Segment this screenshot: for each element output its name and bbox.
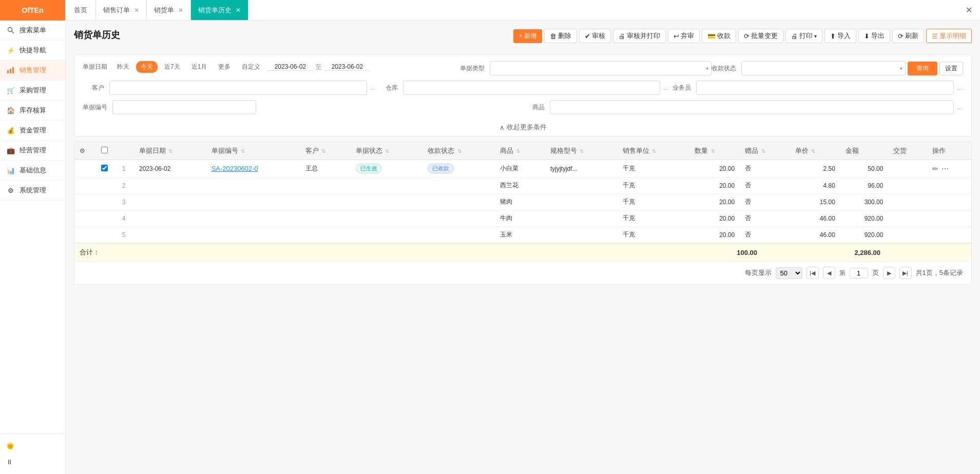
audit-print-button[interactable]: 🖨 审核并打印 bbox=[613, 29, 666, 43]
row-check[interactable] bbox=[95, 210, 113, 227]
export-button[interactable]: ⬇ 导出 bbox=[858, 29, 890, 43]
date-1month-btn[interactable]: 近1月 bbox=[187, 61, 212, 73]
row-check[interactable] bbox=[95, 227, 113, 243]
tab-sales-order[interactable]: 销售订单 ✕ bbox=[96, 0, 147, 20]
spec-header[interactable]: 规格型号 ⇅ bbox=[545, 142, 618, 160]
show-detail-button[interactable]: ☰ 显示明细 bbox=[926, 29, 972, 43]
row-amount: 96.00 bbox=[840, 177, 888, 194]
date-custom-btn[interactable]: 自定义 bbox=[237, 61, 265, 73]
new-button[interactable]: + 新增 bbox=[513, 29, 542, 43]
salesperson-ellipsis[interactable]: ... bbox=[956, 84, 963, 91]
sidebar-item-ops-mgmt[interactable]: 💼 经营管理 bbox=[0, 141, 65, 161]
customer-header[interactable]: 客户 ⇅ bbox=[300, 142, 351, 160]
collapse-btn[interactable]: ∧ 收起更多条件 bbox=[83, 120, 963, 132]
docstatus-header[interactable]: 单据状态 ⇅ bbox=[351, 142, 423, 160]
row-date bbox=[134, 177, 206, 194]
data-table: ⚙ 单据日期 ⇅ 单据编号 ⇅ bbox=[74, 142, 971, 243]
date-header[interactable]: 单据日期 ⇅ bbox=[134, 142, 206, 160]
goods-ellipsis[interactable]: ... bbox=[956, 104, 963, 111]
refresh-button[interactable]: ⟳ 刷新 bbox=[892, 29, 924, 43]
collectstatus-label: 收款状态 bbox=[712, 64, 739, 73]
sidebar-item-search-menu-label: 搜索菜单 bbox=[20, 26, 46, 35]
sidebar-item-finance[interactable]: 💰 资金管理 bbox=[0, 121, 65, 141]
goods-input[interactable] bbox=[550, 100, 954, 114]
tab-delivery-close[interactable]: ✕ bbox=[178, 7, 183, 14]
gear-header[interactable]: ⚙ bbox=[74, 142, 95, 160]
tab-delivery-history-close[interactable]: ✕ bbox=[236, 7, 241, 14]
row-spec bbox=[545, 210, 618, 227]
qty-header[interactable]: 数量 ⇅ bbox=[689, 142, 740, 160]
batch-change-button[interactable]: ⟳ 批量变更 bbox=[738, 29, 783, 43]
row-date: 2023-06-02 bbox=[134, 160, 206, 177]
goods-sort-icon: ⇅ bbox=[516, 148, 520, 154]
abandon-button[interactable]: ↩ 弃审 bbox=[668, 29, 700, 43]
settings-button[interactable]: 设置 bbox=[939, 62, 963, 75]
qty-sort-icon: ⇅ bbox=[711, 148, 715, 154]
warehouse-input[interactable] bbox=[403, 81, 661, 95]
doctype-select[interactable] bbox=[490, 61, 712, 75]
sidebar-item-basic-info[interactable]: 📊 基础信息 bbox=[0, 161, 65, 181]
tab-delivery-history[interactable]: 销货单历史 ✕ bbox=[191, 0, 248, 20]
date-7days-btn[interactable]: 近7天 bbox=[160, 61, 185, 73]
salesperson-input[interactable] bbox=[696, 81, 954, 95]
paystatus-header[interactable]: 收款状态 ⇅ bbox=[422, 142, 495, 160]
row-check[interactable] bbox=[95, 194, 113, 210]
row-goods: 牛肉 bbox=[495, 210, 545, 227]
select-all-checkbox[interactable] bbox=[101, 147, 108, 153]
docno-header[interactable]: 单据编号 ⇅ bbox=[206, 142, 300, 160]
goods-header[interactable]: 商品 ⇅ bbox=[495, 142, 545, 160]
sidebar-item-quick-nav[interactable]: ⚡ 快捷导航 bbox=[0, 41, 65, 61]
import-button[interactable]: ⬆ 导入 bbox=[824, 29, 856, 43]
docno-input[interactable] bbox=[112, 100, 256, 114]
edit-icon[interactable]: ✏ bbox=[932, 165, 938, 173]
more-icon[interactable]: ⋯ bbox=[941, 165, 949, 173]
print-button[interactable]: 🖨 打印 ▾ bbox=[785, 29, 822, 43]
row-index: 2 bbox=[113, 177, 134, 194]
collectstatus-select[interactable] bbox=[741, 61, 906, 75]
page-num-input[interactable] bbox=[850, 268, 868, 279]
customer-input[interactable] bbox=[109, 81, 367, 95]
tab-sales-order-close[interactable]: ✕ bbox=[134, 7, 139, 14]
sidebar-item-inventory[interactable]: 🏠 库存核算 bbox=[0, 101, 65, 121]
doc-no-link[interactable]: SA-20230602-0 bbox=[212, 165, 258, 172]
salesperson-label: 业务员 bbox=[669, 84, 694, 92]
sidebar-pause-btn[interactable]: ⏸ bbox=[0, 454, 65, 470]
row-check[interactable] bbox=[95, 177, 113, 194]
sidebar-item-purchase-mgmt[interactable]: 🛒 采购管理 bbox=[0, 81, 65, 101]
price-header[interactable]: 单价 ⇅ bbox=[790, 142, 840, 160]
row-checkbox[interactable] bbox=[101, 165, 108, 171]
query-button[interactable]: 查询 bbox=[908, 62, 937, 75]
toolbar: + 新增 🗑 删除 ✔ 审核 🖨 审核并打印 ↩ 弃审 bbox=[513, 29, 972, 43]
tab-home[interactable]: 首页 bbox=[66, 0, 96, 20]
delete-button[interactable]: 🗑 删除 bbox=[544, 29, 577, 43]
page-size-select[interactable]: 50 100 200 bbox=[776, 267, 802, 279]
date-to-input[interactable] bbox=[324, 63, 370, 71]
row-ops bbox=[927, 227, 971, 243]
row-check[interactable] bbox=[95, 160, 113, 177]
collect-button[interactable]: 💳 收款 bbox=[702, 29, 736, 43]
prev-page-btn[interactable]: ◀ bbox=[823, 267, 835, 279]
unit-header[interactable]: 销售单位 ⇅ bbox=[618, 142, 690, 160]
next-page-btn[interactable]: ▶ bbox=[883, 267, 895, 279]
row-price: 46.00 bbox=[790, 227, 840, 243]
sidebar-item-sys-mgmt[interactable]: ⚙ 系统管理 bbox=[0, 181, 65, 201]
window-close-btn[interactable]: ✕ bbox=[963, 4, 975, 16]
date-more-btn[interactable]: 更多 bbox=[214, 61, 235, 73]
audit-button[interactable]: ✔ 审核 bbox=[579, 29, 611, 43]
tab-delivery-history-label: 销货单历史 bbox=[198, 6, 232, 15]
date-from-input[interactable] bbox=[267, 63, 313, 71]
tab-bar: 首页 销售订单 ✕ 销货单 ✕ 销货单历史 ✕ ✕ bbox=[66, 0, 980, 21]
date-today-btn[interactable]: 今天 bbox=[136, 61, 158, 73]
tab-delivery[interactable]: 销货单 ✕ bbox=[147, 0, 191, 20]
gift-header[interactable]: 赠品 ⇅ bbox=[740, 142, 790, 160]
customer-ellipsis[interactable]: ... bbox=[369, 84, 376, 91]
search-icon bbox=[6, 26, 15, 35]
date-yesterday-btn[interactable]: 昨天 bbox=[112, 61, 134, 73]
row-action-btns: ✏ ⋯ bbox=[932, 165, 966, 173]
last-page-btn[interactable]: ▶| bbox=[899, 267, 912, 279]
sidebar-item-search-menu[interactable]: 搜索菜单 bbox=[0, 21, 65, 41]
first-page-btn[interactable]: |◀ bbox=[806, 267, 819, 279]
sidebar-item-sales-mgmt[interactable]: 销售管理 bbox=[0, 61, 65, 81]
warehouse-ellipsis[interactable]: ... bbox=[662, 84, 669, 91]
sidebar-sun-btn[interactable]: 🌞 bbox=[0, 438, 65, 454]
